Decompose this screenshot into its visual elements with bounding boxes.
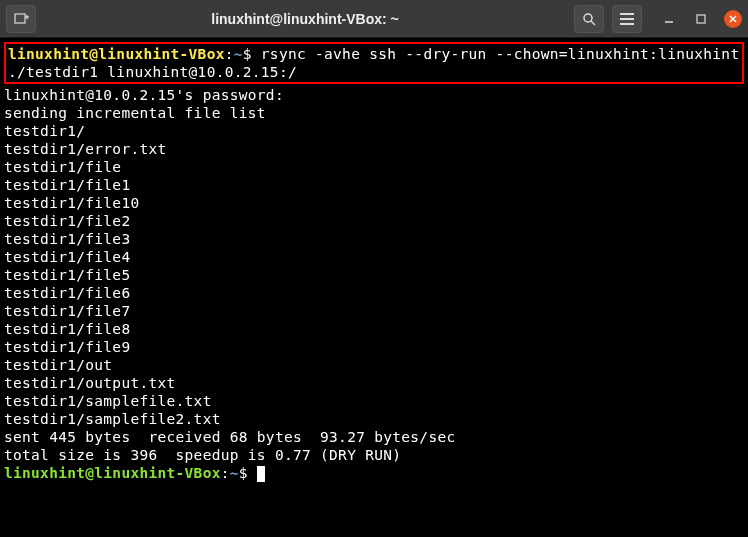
- output-line: testdir1/samplefile.txt: [4, 392, 744, 410]
- output-line: testdir1/file4: [4, 248, 744, 266]
- close-button[interactable]: [724, 10, 742, 28]
- prompt-dollar: $: [243, 46, 252, 62]
- hamburger-icon: [620, 13, 634, 25]
- prompt-dollar: $: [239, 465, 248, 481]
- prompt-line-1: linuxhint@linuxhint-VBox:~$ rsync -avhe …: [8, 45, 740, 63]
- output-line: testdir1/file7: [4, 302, 744, 320]
- prompt-path: ~: [230, 465, 239, 481]
- output-line: testdir1/file8: [4, 320, 744, 338]
- new-tab-button[interactable]: [6, 5, 36, 33]
- window-title: linuxhint@linuxhint-VBox: ~: [36, 11, 574, 27]
- output-line: testdir1/output.txt: [4, 374, 744, 392]
- svg-point-3: [584, 14, 592, 22]
- output-line: testdir1/file: [4, 158, 744, 176]
- command-text: rsync -avhe ssh --dry-run --chown=linuxh…: [261, 46, 740, 62]
- output-line: sending incremental file list: [4, 104, 744, 122]
- close-icon: [728, 14, 738, 24]
- output-line: testdir1/error.txt: [4, 140, 744, 158]
- output-line: linuxhint@10.0.2.15's password:: [4, 86, 744, 104]
- output-line: testdir1/file3: [4, 230, 744, 248]
- output-line: testdir1/file1: [4, 176, 744, 194]
- prompt-user-host: linuxhint@linuxhint-VBox: [4, 465, 221, 481]
- prompt-line-2: linuxhint@linuxhint-VBox:~$: [4, 464, 744, 482]
- svg-rect-0: [15, 14, 25, 23]
- svg-rect-6: [697, 15, 705, 23]
- window-controls: [660, 10, 742, 28]
- output-line: testdir1/file5: [4, 266, 744, 284]
- titlebar-left: [6, 5, 36, 33]
- maximize-icon: [696, 14, 706, 24]
- new-tab-icon: [13, 11, 29, 27]
- svg-line-4: [591, 21, 595, 25]
- command-text-line2: ./testdir1 linuxhint@10.0.2.15:/: [8, 63, 740, 81]
- output-line: testdir1/: [4, 122, 744, 140]
- search-button[interactable]: [574, 5, 604, 33]
- titlebar-right: [574, 5, 742, 33]
- command-highlight: linuxhint@linuxhint-VBox:~$ rsync -avhe …: [4, 42, 744, 84]
- output-line: testdir1/samplefile2.txt: [4, 410, 744, 428]
- minimize-icon: [664, 14, 674, 24]
- output-line: total size is 396 speedup is 0.77 (DRY R…: [4, 446, 744, 464]
- minimize-button[interactable]: [660, 10, 678, 28]
- prompt-path: ~: [234, 46, 243, 62]
- output-line: testdir1/file2: [4, 212, 744, 230]
- output-line: sent 445 bytes received 68 bytes 93.27 b…: [4, 428, 744, 446]
- terminal-body[interactable]: linuxhint@linuxhint-VBox:~$ rsync -avhe …: [0, 38, 748, 537]
- search-icon: [582, 12, 596, 26]
- output-line: testdir1/file9: [4, 338, 744, 356]
- maximize-button[interactable]: [692, 10, 710, 28]
- output-line: testdir1/file10: [4, 194, 744, 212]
- output-line: testdir1/out: [4, 356, 744, 374]
- cursor: [257, 466, 265, 482]
- titlebar: linuxhint@linuxhint-VBox: ~: [0, 0, 748, 38]
- prompt-user-host: linuxhint@linuxhint-VBox: [8, 46, 225, 62]
- menu-button[interactable]: [612, 5, 642, 33]
- output-line: testdir1/file6: [4, 284, 744, 302]
